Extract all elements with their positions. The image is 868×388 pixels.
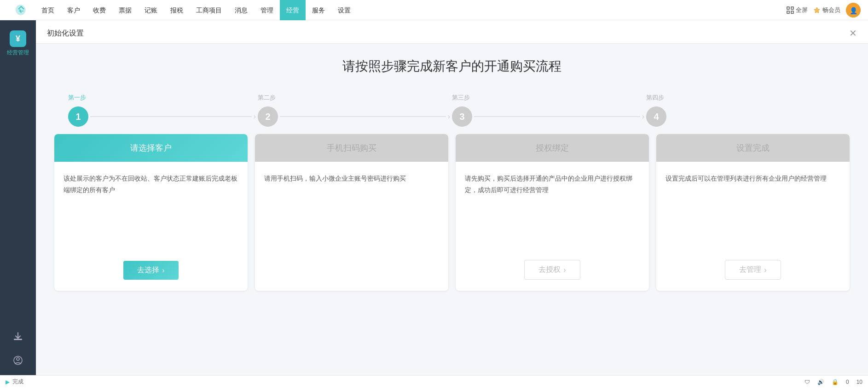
step4-card-body: 设置完成后可以在管理列表进行所有企业用户的经营管理 [656, 162, 850, 253]
svg-rect-0 [787, 7, 789, 9]
page-title: 初始化设置 [47, 29, 84, 38]
play-icon: ▶ [6, 379, 10, 385]
user-avatar[interactable]: 👤 [846, 3, 861, 18]
step4-btn-symbol: › [764, 266, 766, 274]
status-text: 完成 [12, 378, 23, 386]
step4-card: 设置完成 设置完成后可以在管理列表进行所有企业用户的经营管理 去管理 › [656, 134, 850, 291]
step4-btn-label: 去管理 [739, 265, 761, 275]
page-header: 初始化设置 ✕ [36, 20, 868, 44]
svg-text:👤: 👤 [850, 7, 858, 15]
nav-customer[interactable]: 客户 [61, 0, 87, 20]
main-content: 初始化设置 ✕ 请按照步骤完成新客户的开通购买流程 第一步 1 › 第二步 2 [36, 20, 868, 375]
step1-card-body: 该处展示的客户为不在回收站、客户状态正常建账后完成老板端绑定的所有客户 [54, 162, 248, 253]
shield-icon: 🛡 [804, 379, 810, 385]
nav-service[interactable]: 服务 [306, 0, 331, 20]
steps-indicator-row: 第一步 1 › 第二步 2 › 第三步 3 [54, 94, 850, 127]
step3-indicator: 3 › [452, 106, 646, 127]
step1-card: 请选择客户 该处展示的客户为不在回收站、客户状态正常建账后完成老板端绑定的所有客… [54, 134, 248, 291]
step3-label: 第三步 [452, 94, 470, 102]
nav-business[interactable]: 工商项目 [190, 0, 228, 20]
step1-action-button[interactable]: 去选择 › [123, 261, 178, 280]
status-left: ▶ 完成 [6, 378, 23, 386]
status-pages: 10 [856, 379, 862, 385]
svg-rect-3 [791, 11, 793, 13]
step4-indicator: 4 [646, 106, 840, 127]
step1-circle: 1 [68, 106, 88, 127]
step3-circle: 3 [452, 106, 472, 127]
top-nav-right: 全屏 畅会员 👤 [787, 3, 861, 18]
step2-header: 第二步 2 › [258, 94, 452, 127]
vip-button[interactable]: 畅会员 [813, 6, 840, 14]
support-icon[interactable] [8, 350, 28, 370]
status-count: 0 [846, 379, 849, 385]
step2-arrow: › [448, 112, 450, 121]
app-logo [7, 3, 35, 18]
step1-card-footer: 去选择 › [54, 253, 248, 291]
svg-point-9 [17, 358, 19, 360]
step4-action-button[interactable]: 去管理 › [725, 260, 781, 280]
step3-card-header: 授权绑定 [456, 134, 649, 162]
sidebar-operation-label: 经营管理 [7, 49, 29, 57]
step4-card-footer: 去管理 › [656, 253, 850, 291]
step3-line [474, 116, 640, 117]
step3-header: 第三步 3 › [452, 94, 646, 127]
nav-message[interactable]: 消息 [228, 0, 254, 20]
step2-card-header: 手机扫码购买 [255, 134, 448, 162]
step3-arrow: › [642, 112, 644, 121]
download-icon[interactable] [8, 326, 28, 347]
step3-card-footer: 去授权 › [456, 253, 649, 291]
step2-label: 第二步 [258, 94, 276, 102]
cards-row: 请选择客户 该处展示的客户为不在回收站、客户状态正常建账后完成老板端绑定的所有客… [54, 134, 850, 291]
sidebar-bottom [8, 326, 28, 375]
sidebar-item-operation[interactable]: ¥ 经营管理 [0, 25, 36, 62]
operation-icon: ¥ [10, 30, 26, 47]
vip-label: 畅会员 [822, 6, 840, 14]
step1-header: 第一步 1 › [64, 94, 258, 127]
step2-circle: 2 [258, 106, 278, 127]
wizard-main-title: 请按照步骤完成新客户的开通购买流程 [54, 58, 850, 75]
svg-rect-2 [787, 11, 789, 13]
step4-card-header: 设置完成 [656, 134, 850, 162]
step1-btn-label: 去选择 [137, 265, 159, 275]
status-right: 🛡 🔊 🔒 0 10 [804, 379, 862, 385]
nav-home[interactable]: 首页 [35, 0, 61, 20]
step1-line [90, 116, 252, 117]
step2-indicator: 2 › [258, 106, 452, 127]
svg-rect-1 [791, 7, 793, 9]
step3-card: 授权绑定 请先购买，购买后选择开通的产品中的企业用户进行授权绑定，成功后即可进行… [456, 134, 649, 291]
step1-indicator: 1 › [64, 106, 258, 127]
lock-icon: 🔒 [832, 379, 839, 385]
nav-settings[interactable]: 设置 [331, 0, 357, 20]
step2-card: 手机扫码购买 请用手机扫码，输入小微企业主账号密码进行购买 [255, 134, 448, 291]
fullscreen-label: 全屏 [796, 6, 808, 14]
nav-operation[interactable]: 经营 [280, 0, 306, 20]
step2-card-body: 请用手机扫码，输入小微企业主账号密码进行购买 [255, 162, 448, 272]
step2-line [280, 116, 446, 117]
step4-label: 第四步 [646, 94, 664, 102]
step3-btn-label: 去授权 [538, 265, 561, 275]
nav-manage[interactable]: 管理 [254, 0, 280, 20]
step4-header: 第四步 4 [646, 94, 840, 127]
nav-billing[interactable]: 收费 [87, 0, 112, 20]
step3-action-button[interactable]: 去授权 › [524, 260, 580, 280]
fullscreen-button[interactable]: 全屏 [787, 6, 808, 14]
step4-circle: 4 [646, 106, 666, 127]
nav-tax[interactable]: 报税 [164, 0, 190, 20]
wizard-content: 请按照步骤完成新客户的开通购买流程 第一步 1 › 第二步 2 › [36, 44, 868, 305]
step1-btn-symbol: › [162, 266, 164, 275]
svg-rect-7 [14, 339, 22, 340]
step3-btn-symbol: › [563, 266, 566, 274]
sidebar: ¥ 经营管理 [0, 20, 36, 375]
nav-accounting[interactable]: 记账 [138, 0, 164, 20]
close-button[interactable]: ✕ [849, 28, 857, 39]
svg-marker-4 [814, 7, 820, 13]
step1-arrow: › [254, 112, 256, 121]
nav-invoice[interactable]: 票据 [112, 0, 138, 20]
step1-card-header: 请选择客户 [54, 134, 248, 162]
step1-label: 第一步 [68, 94, 86, 102]
nav-menu: 首页 客户 收费 票据 记账 报税 工商项目 消息 管理 经营 服务 设置 [35, 0, 787, 20]
step3-card-body: 请先购买，购买后选择开通的产品中的企业用户进行授权绑定，成功后即可进行经营管理 [456, 162, 649, 253]
top-navigation: 首页 客户 收费 票据 记账 报税 工商项目 消息 管理 经营 服务 设置 全屏… [0, 0, 868, 20]
status-bar: ▶ 完成 🛡 🔊 🔒 0 10 [0, 375, 868, 388]
step2-card-footer [255, 272, 448, 291]
